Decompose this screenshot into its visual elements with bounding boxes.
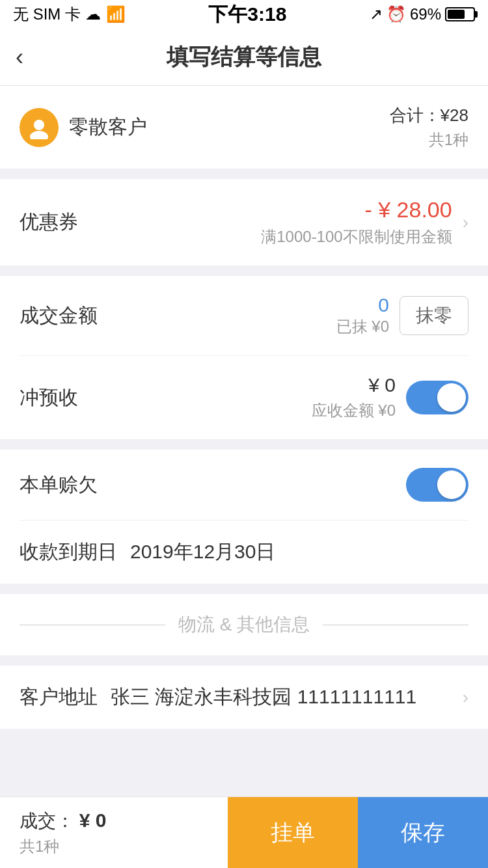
customer-row: 零散客户 合计：¥28 共1种 — [0, 86, 488, 169]
svg-point-0 — [34, 120, 44, 130]
bottom-deal-row: 成交： ¥ 0 — [20, 809, 208, 834]
bottom-deal-label: 成交： — [20, 811, 74, 831]
coupon-section: 优惠券 - ¥ 28.00 满1000-100不限制使用金额 › — [0, 179, 488, 265]
chevron-icon: › — [463, 212, 468, 233]
hang-button[interactable]: 挂单 — [228, 797, 358, 868]
customer-left: 零散客户 — [20, 108, 147, 147]
location-icon: ↗ — [370, 5, 383, 23]
customer-right: 合计：¥28 共1种 — [390, 104, 468, 150]
battery-icon — [445, 7, 475, 21]
credit-row: 本单赊欠 — [0, 450, 488, 520]
status-time: 下午3:18 — [208, 1, 286, 28]
due-date-label: 收款到期日 — [20, 539, 117, 565]
battery-fill — [448, 10, 465, 19]
coupon-label: 优惠券 — [20, 209, 78, 236]
svg-point-1 — [30, 131, 48, 139]
no-sim-text: 无 SIM 卡 ☁ — [13, 4, 101, 25]
wifi-icon: 📶 — [106, 5, 126, 23]
address-chevron-icon: › — [463, 687, 468, 708]
address-section: 客户地址 张三 海淀永丰科技园 11111111111 › — [0, 666, 488, 729]
prepayment-values: ¥ 0 应收金额 ¥0 — [312, 374, 396, 421]
total-count: 共1种 — [390, 129, 468, 150]
save-button-label: 保存 — [401, 818, 445, 848]
due-date-row: 收款到期日 2019年12月30日 — [0, 521, 488, 584]
deal-amount-label: 成交金额 — [20, 303, 98, 329]
address-row[interactable]: 客户地址 张三 海淀永丰科技园 11111111111 › — [0, 666, 488, 729]
total-label: 合计：¥28 — [390, 104, 468, 127]
credit-toggle-knob — [437, 470, 466, 499]
logistics-label: 物流 & 其他信息 — [178, 612, 310, 637]
deal-amount-sub: 已抹 ¥0 — [336, 316, 389, 337]
nav-bar: ‹ 填写结算等信息 — [0, 29, 488, 86]
prepayment-right: ¥ 0 应收金额 ¥0 — [312, 374, 468, 421]
logistics-header: 物流 & 其他信息 — [0, 594, 488, 655]
bottom-info: 成交： ¥ 0 共1种 — [0, 797, 228, 868]
customer-section: 零散客户 合计：¥28 共1种 — [0, 86, 488, 169]
prepayment-value: ¥ 0 — [368, 374, 396, 396]
content: 零散客户 合计：¥28 共1种 优惠券 - ¥ 28.00 满1000-100不… — [0, 86, 488, 817]
prepayment-toggle[interactable] — [406, 381, 468, 414]
page-title: 填写结算等信息 — [167, 42, 321, 72]
deal-amount-row: 成交金额 0 已抹 ¥0 抹零 — [0, 276, 488, 355]
deal-amount-values: 0 已抹 ¥0 — [336, 294, 389, 337]
avatar — [20, 108, 59, 147]
coupon-right: - ¥ 28.00 满1000-100不限制使用金额 › — [261, 197, 468, 247]
prepayment-sub: 应收金额 ¥0 — [312, 400, 396, 421]
customer-name: 零散客户 — [69, 114, 147, 141]
logistics-line-left — [20, 625, 165, 625]
deal-amount-right: 0 已抹 ¥0 抹零 — [336, 294, 468, 337]
prepayment-row: 冲预收 ¥ 0 应收金额 ¥0 — [0, 356, 488, 439]
credit-label: 本单赊欠 — [20, 472, 98, 498]
hang-button-label: 挂单 — [271, 818, 315, 848]
prepayment-label: 冲预收 — [20, 385, 78, 411]
due-date-value: 2019年12月30日 — [130, 539, 275, 565]
address-value: 张三 海淀永丰科技园 11111111111 — [111, 684, 463, 711]
coupon-value: - ¥ 28.00 — [261, 197, 452, 223]
status-bar: 无 SIM 卡 ☁ 📶 下午3:18 ↗ ⏰ 69% — [0, 0, 488, 29]
address-label: 客户地址 — [20, 684, 98, 711]
toggle-knob — [437, 383, 466, 412]
coupon-value-container: - ¥ 28.00 满1000-100不限制使用金额 — [261, 197, 452, 247]
credit-right — [406, 468, 468, 502]
status-right: ↗ ⏰ 69% — [370, 5, 475, 23]
bottom-bar: 成交： ¥ 0 共1种 挂单 保存 — [0, 796, 488, 868]
save-button[interactable]: 保存 — [358, 797, 488, 868]
status-left: 无 SIM 卡 ☁ 📶 — [13, 4, 126, 25]
bottom-deal-amount: ¥ 0 — [79, 809, 107, 831]
credit-section: 本单赊欠 收款到期日 2019年12月30日 — [0, 450, 488, 584]
alarm-icon: ⏰ — [386, 5, 406, 23]
credit-toggle[interactable] — [406, 468, 468, 502]
deal-amount-value: 0 — [378, 294, 389, 316]
battery-text: 69% — [410, 5, 441, 23]
round-zero-button[interactable]: 抹零 — [400, 296, 468, 335]
coupon-sub: 满1000-100不限制使用金额 — [261, 226, 452, 247]
logistics-line-right — [323, 625, 468, 625]
back-button[interactable]: ‹ — [16, 44, 23, 71]
deal-prepay-section: 成交金额 0 已抹 ¥0 抹零 冲预收 ¥ 0 应收金 — [0, 276, 488, 439]
coupon-row[interactable]: 优惠券 - ¥ 28.00 满1000-100不限制使用金额 › — [0, 179, 488, 265]
logistics-section: 物流 & 其他信息 — [0, 594, 488, 655]
bottom-count: 共1种 — [20, 836, 208, 857]
